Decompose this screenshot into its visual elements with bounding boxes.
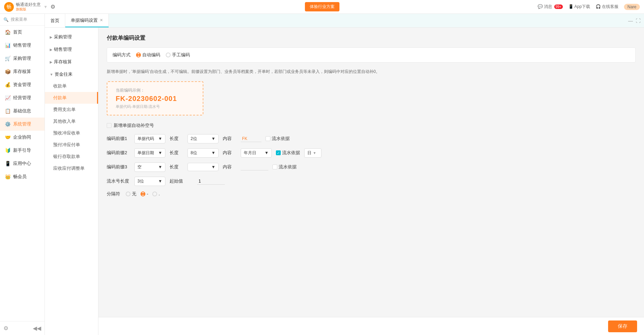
prefix2-select[interactable]: 单据日期 ▼	[134, 148, 165, 158]
sub-item-advance-payable[interactable]: 预付冲应付单	[45, 139, 98, 151]
sidebar-footer: ⚙ ◀◀	[0, 321, 45, 335]
length1-label: 长度	[170, 136, 183, 142]
sub-group-purchase-title[interactable]: ▶ 采购管理	[45, 31, 98, 43]
sidebar-item-inventory[interactable]: 📦 库存核算	[0, 65, 45, 78]
online-service-btn[interactable]: 🎧 在线客服	[596, 4, 618, 10]
sep-dot-option[interactable]: .	[152, 191, 160, 196]
sep-dot-circle	[152, 192, 157, 196]
content2-select[interactable]: 年月日 ▼	[241, 148, 272, 158]
length3-label: 长度	[170, 164, 183, 170]
prefix3-select[interactable]: 空 ▼	[134, 162, 165, 172]
sidebar-item-home[interactable]: 🏠 首页	[0, 26, 45, 39]
sub-item-expense[interactable]: 费用支出单	[45, 104, 98, 115]
tab-minimize-icon[interactable]: —	[628, 18, 633, 24]
search-icon: 🔍	[3, 17, 9, 22]
sub-group-funds-title[interactable]: ▼ 资金往来	[45, 68, 98, 80]
main-area: 首页 单据编码设置 ✕ — ⛶ ▶ 采购管理	[45, 14, 644, 335]
sub-item-adjustment[interactable]: 应收应付调整单	[45, 162, 98, 174]
sidebar-item-system[interactable]: ⚙️ 系统管理	[0, 118, 45, 131]
content1-input[interactable]	[241, 136, 261, 142]
stream1-checkbox[interactable]	[266, 136, 270, 141]
separator-options: 无 - .	[126, 191, 160, 197]
member-icon: 👑	[5, 174, 10, 179]
sub-group-purchase: ▶ 采购管理	[45, 31, 98, 43]
length1-select[interactable]: 2位 ▼	[188, 134, 219, 143]
home-icon: 🏠	[5, 29, 10, 35]
tab-encoding-settings[interactable]: 单据编码设置 ✕	[65, 14, 109, 27]
newguide-icon: 🔰	[5, 148, 10, 153]
sidebar-item-newguide[interactable]: 🔰 新手引导	[0, 144, 45, 157]
length2-select[interactable]: 8位 ▼	[188, 148, 219, 158]
stream-day-select[interactable]: 日 ▼	[304, 148, 321, 158]
preview-desc: 单据代码-单据日期-流水号	[116, 104, 194, 109]
app-logo: 畅 畅通道好生意 旗舰版	[4, 2, 41, 12]
prefix1-select[interactable]: 单据代码 ▼	[134, 134, 165, 143]
day-arrow: ▼	[313, 151, 316, 155]
auto-fill-checkbox[interactable]	[107, 123, 112, 128]
stream2-checkbox-wrap: ✓ 流水依据	[276, 150, 300, 156]
content2-arrow: ▼	[265, 150, 269, 155]
user-avatar[interactable]: Nare	[624, 4, 640, 10]
sidebar-item-basic[interactable]: 📋 基础信息	[0, 104, 45, 118]
sidebar-item-sales[interactable]: 📊 销售管理	[0, 39, 45, 52]
tab-close-btn[interactable]: ✕	[100, 18, 103, 22]
manual-encode-radio[interactable]: 手工编码	[166, 52, 190, 58]
sidebar-item-business[interactable]: 📈 经营管理	[0, 91, 45, 104]
app-download-btn[interactable]: 📱 App下载	[568, 4, 590, 10]
length3-select[interactable]: ▼	[188, 163, 219, 171]
enterprise-icon: 🤝	[5, 134, 10, 140]
auto-fill-row: 新增单据自动补空号	[107, 122, 636, 129]
sidebar-item-apps[interactable]: 📱 应用中心	[0, 157, 45, 170]
save-button[interactable]: 保存	[608, 320, 637, 332]
settings-icon[interactable]: ⚙	[50, 3, 55, 10]
preview-box: 当前编码示例： FK-20230602-001 单据代码-单据日期-流水号	[107, 81, 203, 115]
sidebar-item-finance[interactable]: 💰 资金管理	[0, 78, 45, 91]
message-btn[interactable]: 💬 消息 99+	[538, 4, 563, 10]
content3-input[interactable]	[241, 164, 268, 170]
industry-btn[interactable]: 体验行业方案	[305, 2, 339, 11]
arrow-right-icon3: ▶	[50, 60, 52, 64]
basic-icon: 📋	[5, 108, 10, 114]
sep-dash-option[interactable]: -	[141, 191, 148, 196]
length3-arrow: ▼	[211, 165, 215, 169]
sidebar-item-purchase[interactable]: 🛒 采购管理	[0, 52, 45, 65]
sub-group-sales-title[interactable]: ▶ 销售管理	[45, 44, 98, 55]
sub-group-inventory-title[interactable]: ▶ 库存核算	[45, 56, 98, 68]
auto-encode-circle	[136, 53, 141, 57]
tab-bar-actions: — ⛶	[625, 14, 644, 27]
sub-item-receipt[interactable]: 收款单	[45, 80, 98, 92]
sidebar-item-member[interactable]: 👑 畅会员	[0, 170, 45, 183]
settings-footer-icon[interactable]: ⚙	[3, 325, 8, 332]
search-menu-btn[interactable]: 🔍 搜索菜单	[0, 14, 45, 26]
sub-item-payment[interactable]: 付款单	[45, 92, 98, 104]
start-value-input[interactable]	[197, 178, 225, 185]
stream3-checkbox[interactable]	[272, 165, 277, 169]
manual-encode-circle	[166, 53, 171, 57]
apps-icon: 📱	[5, 161, 10, 166]
prefix1-label: 编码前缀1	[107, 136, 130, 142]
page-content: 付款单编码设置 编码方式 自动编码	[98, 28, 644, 317]
separator-row: 分隔符 无 -	[107, 191, 636, 197]
content-area: ▶ 采购管理 ▶ 销售管理 ▶ 库存核算	[45, 28, 644, 335]
sub-item-advance-receivable[interactable]: 预收冲应收单	[45, 127, 98, 139]
preview-code: FK-20230602-001	[116, 95, 194, 103]
length2-arrow: ▼	[211, 150, 215, 155]
inventory-icon: 📦	[5, 69, 10, 74]
sidebar-item-enterprise[interactable]: 🤝 企业协同	[0, 131, 45, 144]
sep-none-option[interactable]: 无	[126, 191, 136, 197]
bottom-bar: 保存	[98, 317, 644, 335]
sub-item-other-income[interactable]: 其他收入单	[45, 115, 98, 127]
sub-item-bank[interactable]: 银行存取款单	[45, 151, 98, 162]
length2-label: 长度	[170, 150, 183, 156]
auto-encode-radio[interactable]: 自动编码	[136, 52, 160, 58]
stream-length-select[interactable]: 3位 ▼	[134, 177, 165, 186]
purchase-icon: 🛒	[5, 56, 10, 61]
encoding-radio-group: 自动编码 手工编码	[136, 52, 190, 58]
stream2-checkbox[interactable]: ✓	[276, 150, 281, 155]
tab-home[interactable]: 首页	[45, 14, 65, 27]
collapse-icon[interactable]: ◀◀	[33, 325, 41, 332]
separator-label: 分隔符	[107, 191, 120, 197]
finance-icon: 💰	[5, 82, 10, 87]
dropdown-arrow[interactable]: ▼	[44, 4, 48, 9]
tab-expand-icon[interactable]: ⛶	[636, 18, 641, 24]
